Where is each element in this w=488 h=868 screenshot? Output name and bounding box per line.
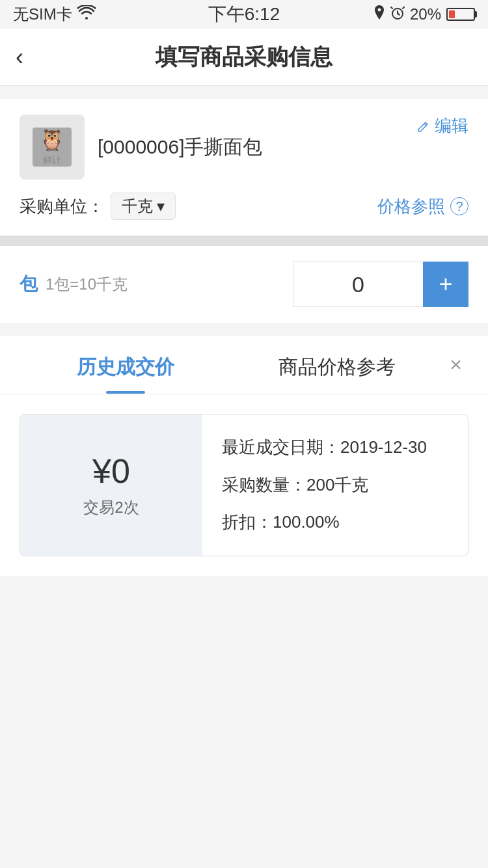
tabs-container: 历史成交价 商品价格参考 × bbox=[0, 336, 488, 394]
discount-row: 折扣：100.00% bbox=[222, 509, 448, 536]
unit-text: 采购单位： bbox=[20, 195, 104, 218]
edit-icon bbox=[416, 119, 431, 133]
qty-value: 200千克 bbox=[306, 475, 368, 495]
tab-price-reference[interactable]: 商品价格参考 bbox=[232, 336, 444, 394]
product-header: 🦉 鲜计 [0000006]手撕面包 编辑 bbox=[20, 115, 468, 180]
date-label: 最近成交日期： bbox=[222, 437, 340, 457]
tabs-header: 历史成交价 商品价格参考 × bbox=[0, 336, 488, 394]
status-bar: 无SIM卡 下午6:12 20% bbox=[0, 0, 488, 29]
alarm-icon bbox=[390, 5, 405, 23]
price-card-right: 最近成交日期：2019-12-30 采购数量：200千克 折扣：100.00% bbox=[202, 414, 468, 556]
quantity-plus-button[interactable]: + bbox=[423, 262, 468, 307]
price-card: ¥0 交易2次 最近成交日期：2019-12-30 采购数量：200千克 折扣：… bbox=[20, 414, 468, 556]
price-card-left: ¥0 交易2次 bbox=[20, 414, 202, 556]
help-icon: ? bbox=[450, 197, 468, 215]
product-card: 🦉 鲜计 [0000006]手撕面包 编辑 采购单位： 千克 ▾ 价格参照 bbox=[0, 99, 488, 236]
date-value: 2019-12-30 bbox=[340, 437, 427, 457]
unit-label: 采购单位： 千克 ▾ bbox=[20, 193, 176, 220]
tab-history-price[interactable]: 历史成交价 bbox=[20, 336, 232, 394]
date-row: 最近成交日期：2019-12-30 bbox=[222, 434, 448, 461]
price-section: ¥0 交易2次 最近成交日期：2019-12-30 采购数量：200千克 折扣：… bbox=[0, 394, 488, 576]
status-time: 下午6:12 bbox=[208, 2, 280, 27]
price-amount: ¥0 bbox=[92, 452, 130, 491]
nav-bar: ‹ 填写商品采购信息 bbox=[0, 29, 488, 86]
section-divider bbox=[0, 236, 488, 246]
currency-symbol: ¥ bbox=[92, 452, 111, 490]
battery-percent: 20% bbox=[410, 5, 441, 23]
tabs-close-button[interactable]: × bbox=[443, 346, 468, 383]
qty-label: 采购数量： bbox=[222, 475, 306, 495]
unit-info: 包 1包=10千克 bbox=[20, 272, 128, 297]
status-carrier: 无SIM卡 bbox=[13, 4, 96, 25]
owl-icon: 🦉 bbox=[39, 128, 65, 152]
quantity-value: 0 bbox=[352, 272, 364, 297]
discount-value: 100.00% bbox=[273, 512, 340, 532]
quantity-row: 包 1包=10千克 0 + bbox=[0, 246, 488, 323]
quantity-controls: 0 + bbox=[293, 262, 468, 307]
brand-label: 鲜计 bbox=[43, 155, 61, 167]
price-reference-button[interactable]: 价格参照 ? bbox=[377, 195, 468, 218]
tab2-label: 商品价格参考 bbox=[278, 356, 396, 377]
price-transactions: 交易2次 bbox=[83, 497, 139, 518]
battery-icon bbox=[446, 8, 475, 21]
edit-label: 编辑 bbox=[435, 115, 468, 137]
bottom-area bbox=[0, 576, 488, 868]
wifi-icon bbox=[77, 5, 96, 23]
unit-conversion: 1包=10千克 bbox=[46, 274, 128, 295]
location-icon bbox=[373, 5, 385, 23]
price-ref-label: 价格参照 bbox=[377, 195, 445, 218]
unit-value: 千克 bbox=[122, 196, 153, 217]
amount-value: 0 bbox=[111, 452, 130, 490]
product-left: 🦉 鲜计 [0000006]手撕面包 bbox=[20, 115, 262, 180]
product-image: 🦉 鲜计 bbox=[20, 115, 85, 180]
carrier-text: 无SIM卡 bbox=[13, 4, 72, 25]
dropdown-arrow: ▾ bbox=[157, 197, 165, 215]
product-footer: 采购单位： 千克 ▾ 价格参照 ? bbox=[20, 193, 468, 220]
back-button[interactable]: ‹ bbox=[16, 44, 23, 71]
tab1-label: 历史成交价 bbox=[77, 356, 174, 377]
edit-button[interactable]: 编辑 bbox=[416, 115, 468, 137]
unit-badge: 包 bbox=[20, 272, 38, 297]
quantity-input[interactable]: 0 bbox=[293, 262, 423, 307]
discount-label: 折扣： bbox=[222, 512, 273, 532]
product-name: [0000006]手撕面包 bbox=[98, 134, 262, 161]
unit-select-dropdown[interactable]: 千克 ▾ bbox=[111, 193, 176, 220]
page-title: 填写商品采购信息 bbox=[156, 42, 332, 72]
qty-row: 采购数量：200千克 bbox=[222, 472, 448, 499]
status-indicators: 20% bbox=[373, 5, 475, 23]
